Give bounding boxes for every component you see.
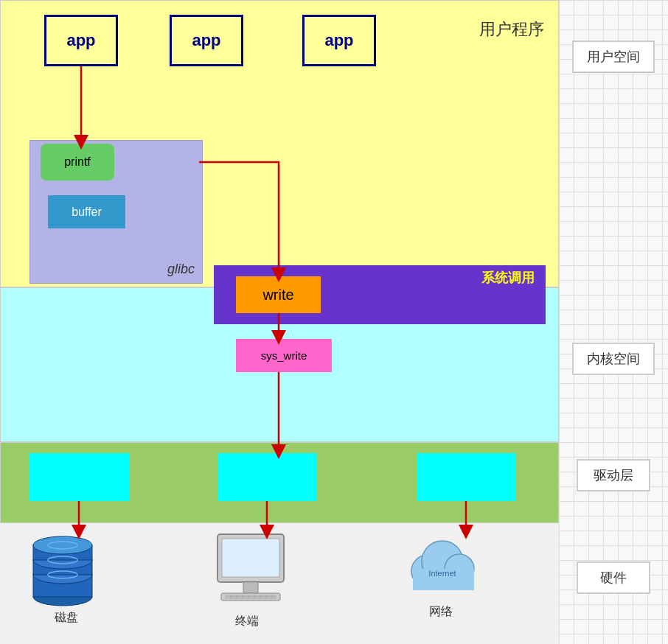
printf-box: printf [41,144,114,181]
terminal-label: 终端 [218,614,276,629]
driver-box-2 [218,453,317,501]
kernel-space-right-label: 内核空间 [572,343,655,375]
terminal-icon [210,531,291,612]
labels-panel: 用户空间 内核空间 驱动层 硬件 [559,0,668,644]
buffer-label: buffer [72,206,102,219]
driver-right-label: 驱动层 [577,459,650,491]
sys-write-label: sys_write [261,349,307,362]
driver-box-1 [29,453,129,501]
app-box-3: app [302,15,376,66]
write-box: write [236,276,321,313]
user-prog-label: 用户程序 [479,18,544,41]
buffer-box: buffer [48,195,125,228]
sys-write-box: sys_write [236,339,332,372]
app-label-3: app [324,31,353,50]
svg-text:Internet: Internet [428,569,456,578]
svg-rect-11 [222,539,279,577]
network-label: 网络 [411,604,470,620]
svg-point-6 [33,536,92,554]
app-label-1: app [66,31,95,50]
syscall-label: 系统调用 [481,269,535,287]
svg-rect-14 [225,595,276,599]
glibc-label: glibc [167,262,195,277]
hardware-right-label: 硬件 [577,561,650,594]
app-box-1: app [44,15,118,66]
disk-icon [22,534,103,608]
write-label: write [262,287,293,304]
driver-box-3 [417,453,516,501]
user-space-right-label: 用户空间 [572,41,655,73]
diagram-area: glibc 系统调用 app app app 用户程序 printf buffe… [0,0,559,644]
app-label-2: app [192,31,220,50]
disk-label: 磁盘 [37,610,96,626]
main-container: glibc 系统调用 app app app 用户程序 printf buffe… [0,0,668,644]
internet-icon: Internet [402,531,483,597]
app-box-2: app [170,15,243,66]
svg-rect-12 [243,582,258,593]
printf-label: printf [64,155,91,169]
